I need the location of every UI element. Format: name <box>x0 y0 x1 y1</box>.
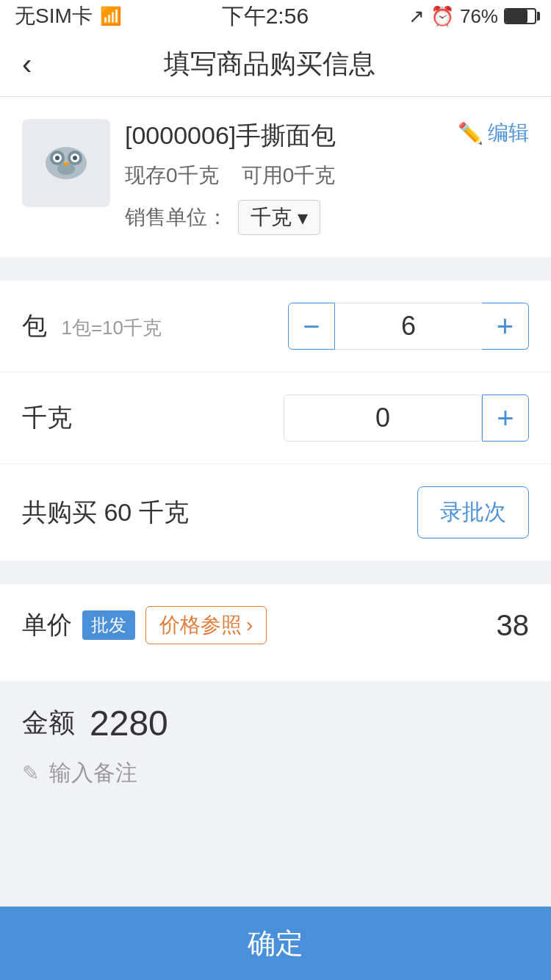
bag-minus-button[interactable]: − <box>288 303 335 350</box>
bag-label: 包 1包=10千克 <box>22 309 288 343</box>
price-row: 单价 批发 价格参照 › 38 <box>22 606 529 644</box>
price-badge: 批发 <box>82 610 135 640</box>
nav-bar: ‹ 填写商品购买信息 <box>0 32 551 97</box>
separator-2 <box>0 561 551 572</box>
product-logo-icon <box>37 137 96 190</box>
stock-label: 现存0千克 <box>125 164 219 187</box>
confirm-button[interactable]: 确定 <box>248 925 303 962</box>
battery-icon <box>504 8 536 24</box>
price-value: 38 <box>497 609 530 642</box>
price-section: 单价 批发 价格参照 › 38 <box>0 584 551 681</box>
bag-plus-button[interactable]: + <box>482 303 529 350</box>
price-left: 单价 批发 价格参照 › <box>22 606 267 644</box>
status-time: 下午2:56 <box>222 1 309 32</box>
bag-quantity-control: − + <box>288 303 529 350</box>
unit-dropdown-icon: ▾ <box>298 206 308 230</box>
status-bar: 无SIM卡 📶 下午2:56 ↗ ⏰ 76% <box>0 0 551 32</box>
batch-button[interactable]: 录批次 <box>417 486 529 538</box>
price-ref-button[interactable]: 价格参照 › <box>145 606 267 644</box>
bag-input-row: 包 1包=10千克 − + <box>0 281 551 372</box>
battery-percent: 76% <box>460 5 498 28</box>
unit-label: 销售单位： <box>125 203 228 231</box>
remark-row[interactable]: ✎ 输入备注 <box>22 758 529 788</box>
available-label: 可用0千克 <box>242 164 336 187</box>
kg-quantity-input[interactable] <box>284 394 482 442</box>
page-title: 填写商品购买信息 <box>46 46 492 82</box>
bag-quantity-input[interactable] <box>335 303 482 350</box>
back-button[interactable]: ‹ <box>22 48 32 81</box>
pencil-icon: ✎ <box>22 761 39 785</box>
unit-value: 千克 <box>251 203 292 231</box>
svg-point-6 <box>73 156 77 160</box>
product-stock: 现存0千克 可用0千克 <box>125 162 529 190</box>
kg-plus-button[interactable]: + <box>482 394 529 442</box>
amount-row: 金额 2280 <box>22 703 529 743</box>
product-unit-row: 销售单位： 千克 ▾ <box>125 200 529 235</box>
bag-hint: 1包=10千克 <box>61 317 162 339</box>
edit-button[interactable]: ✏️ 编辑 <box>458 119 529 147</box>
status-left: 无SIM卡 📶 <box>15 2 122 30</box>
product-image <box>22 119 110 207</box>
amount-value: 2280 <box>90 703 168 743</box>
edit-icon: ✏️ <box>458 121 483 145</box>
price-ref-arrow: › <box>246 613 253 637</box>
summary-row: 共购买 60 千克 录批次 <box>0 464 551 561</box>
confirm-bar[interactable]: 确定 <box>0 907 551 980</box>
battery-fill <box>505 10 527 23</box>
kg-input-row: 千克 + <box>0 372 551 464</box>
carrier-label: 无SIM卡 <box>15 2 93 30</box>
svg-point-5 <box>55 156 60 160</box>
unit-selector[interactable]: 千克 ▾ <box>238 200 320 235</box>
alarm-icon: ⏰ <box>431 5 454 28</box>
kg-label: 千克 <box>22 401 284 435</box>
amount-section: 金额 2280 ✎ 输入备注 <box>0 681 551 810</box>
edit-label: 编辑 <box>488 119 529 147</box>
product-card: [0000006]手撕面包 现存0千克 可用0千克 销售单位： 千克 ▾ ✏️ … <box>0 97 551 257</box>
price-label: 单价 <box>22 608 72 642</box>
separator-1 <box>0 269 551 281</box>
summary-text: 共购买 60 千克 <box>22 496 189 530</box>
amount-label: 金额 <box>22 705 75 741</box>
input-section: 包 1包=10千克 − + 千克 + <box>0 281 551 464</box>
location-icon: ↗ <box>408 5 425 28</box>
wifi-icon: 📶 <box>100 6 122 26</box>
kg-quantity-control: + <box>284 394 529 442</box>
remark-placeholder: 输入备注 <box>49 758 137 788</box>
status-right: ↗ ⏰ 76% <box>408 5 536 28</box>
price-ref-label: 价格参照 <box>159 611 242 639</box>
